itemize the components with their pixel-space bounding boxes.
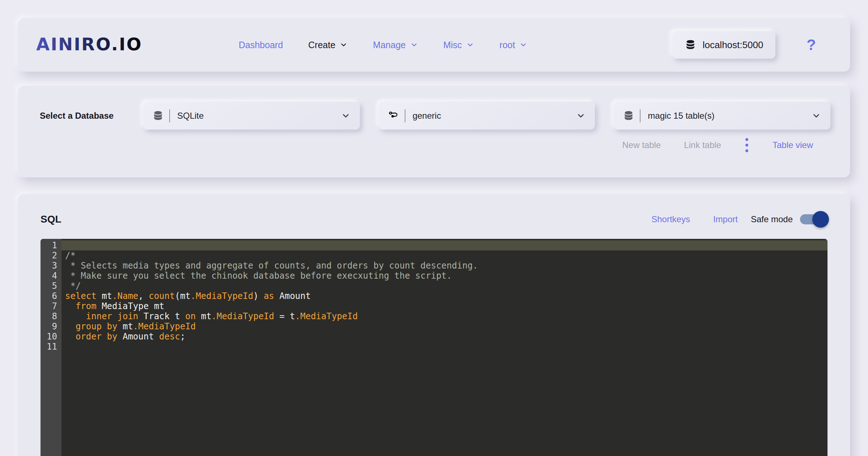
- sql-keyword-token: select: [65, 291, 97, 301]
- select-divider: [640, 109, 641, 122]
- help-button[interactable]: ?: [807, 36, 816, 54]
- code-line[interactable]: /*: [61, 250, 827, 261]
- sql-keyword-token: on: [185, 311, 196, 321]
- line-number: 10: [41, 332, 61, 342]
- select-value: SQLite: [177, 111, 204, 121]
- sql-text-token: MediaType mt: [97, 301, 165, 311]
- safe-mode-toggle[interactable]: [800, 213, 827, 225]
- select-connection-string[interactable]: generic: [379, 102, 595, 130]
- sql-text-token: (mt: [175, 291, 190, 301]
- database-icon: [623, 110, 634, 121]
- code-line[interactable]: [61, 240, 827, 250]
- chevron-down-icon: [466, 41, 474, 49]
- sql-title: SQL: [41, 214, 61, 225]
- sql-keyword-token: .MediaTypeId: [191, 291, 253, 301]
- sql-card: SQL Shortkeys Import Safe mode 123456789…: [18, 194, 850, 456]
- code-line[interactable]: inner join Track t on mt.MediaTypeId = t…: [61, 311, 827, 321]
- code-line[interactable]: * Selects media types and aggregate of c…: [61, 261, 827, 271]
- sql-text-token: Amount: [118, 332, 159, 342]
- sql-comment-token: */: [65, 281, 81, 291]
- nav-item-label: Create: [308, 40, 335, 50]
- sql-keyword-token: from: [76, 301, 97, 311]
- database-icon: [685, 39, 696, 51]
- nav-item-label: Misc: [443, 40, 462, 50]
- code-line[interactable]: select mt.Name, count(mt.MediaTypeId) as…: [61, 291, 827, 301]
- select-database-card: Select a Database SQLitegenericmagic 15 …: [18, 86, 850, 177]
- database-select-row: Select a Database SQLitegenericmagic 15 …: [40, 102, 830, 130]
- sql-text-token: Amount: [274, 291, 311, 301]
- code-line[interactable]: group by mt.MediaTypeId: [61, 321, 827, 332]
- sql-keyword-token: .MediaTypeId: [212, 311, 274, 321]
- chevron-down-icon: [410, 41, 418, 49]
- code-line[interactable]: [61, 342, 827, 352]
- editor-code-area[interactable]: /* * Selects media types and aggregate o…: [61, 239, 827, 456]
- sql-keyword-token: .Name: [112, 291, 138, 301]
- sql-text-token: mt: [97, 291, 112, 301]
- nav-item-manage[interactable]: Manage: [373, 40, 418, 50]
- chevron-down-icon: [341, 111, 350, 121]
- line-number: 8: [41, 311, 61, 321]
- code-line[interactable]: */: [61, 281, 827, 291]
- route-icon: [388, 110, 399, 121]
- sql-keyword-token: count: [149, 291, 175, 301]
- import-link[interactable]: Import: [713, 214, 738, 224]
- chevron-down-icon: [519, 41, 527, 49]
- sql-header: SQL Shortkeys Import Safe mode: [41, 211, 827, 227]
- nav-item-root[interactable]: root: [499, 40, 527, 50]
- table-actions: New tableLink tableTable view: [40, 138, 830, 153]
- select-value: generic: [413, 111, 441, 121]
- action-table-view[interactable]: Table view: [773, 140, 813, 150]
- line-number: 4: [41, 271, 61, 281]
- nav-item-dashboard[interactable]: Dashboard: [239, 40, 283, 50]
- select-database[interactable]: magic 15 table(s): [614, 102, 830, 130]
- database-icon: [153, 110, 163, 121]
- line-number: 7: [41, 301, 61, 311]
- chevron-down-icon: [576, 111, 586, 121]
- database-selects: SQLitegenericmagic 15 table(s): [143, 102, 830, 130]
- sql-keyword-token: .MediaTypeId: [295, 311, 358, 321]
- nav-item-label: Manage: [373, 40, 405, 50]
- nav-item-label: Dashboard: [239, 40, 283, 50]
- select-database-label: Select a Database: [40, 111, 143, 121]
- sql-keyword-token: desc: [159, 332, 180, 342]
- code-line[interactable]: * Make sure you select the chinook datab…: [61, 271, 827, 281]
- backend-url-label: localhost:5000: [703, 39, 763, 51]
- chevron-down-icon: [340, 41, 348, 49]
- header-bar: AINIRO.IO DashboardCreateManageMiscroot …: [18, 18, 850, 72]
- main-nav: DashboardCreateManageMiscroot: [239, 40, 527, 50]
- line-number: 3: [41, 261, 61, 271]
- sql-comment-token: * Make sure you select the chinook datab…: [65, 271, 452, 281]
- sql-text-token: [65, 321, 76, 332]
- action-link-table: Link table: [684, 140, 721, 150]
- sql-code-editor[interactable]: 1234567891011 /* * Selects media types a…: [41, 239, 827, 456]
- code-line[interactable]: order by Amount desc;: [61, 332, 827, 342]
- nav-item-misc[interactable]: Misc: [443, 40, 474, 50]
- action-new-table: New table: [622, 140, 661, 150]
- sql-keyword-token: order by: [76, 332, 118, 342]
- line-number: 5: [41, 281, 61, 291]
- select-divider: [405, 109, 405, 122]
- sql-text-token: ): [253, 291, 264, 301]
- shortkeys-link[interactable]: Shortkeys: [651, 214, 690, 224]
- code-line[interactable]: from MediaType mt: [61, 301, 827, 311]
- sql-text-token: [65, 311, 86, 321]
- kebab-icon[interactable]: [744, 138, 749, 153]
- select-divider: [169, 109, 170, 122]
- sql-keyword-token: .MediaTypeId: [133, 321, 196, 332]
- line-number: 2: [41, 250, 61, 261]
- nav-item-create[interactable]: Create: [308, 40, 348, 50]
- sql-text-token: ,: [138, 291, 149, 301]
- toggle-thumb-shape: [812, 211, 829, 228]
- ainiro-logo[interactable]: AINIRO.IO: [36, 33, 163, 57]
- chevron-down-icon: [812, 111, 821, 121]
- line-number: 6: [41, 291, 61, 301]
- sql-comment-token: /*: [65, 250, 76, 261]
- sql-comment-token: * Selects media types and aggregate of c…: [65, 261, 478, 271]
- nav-item-label: root: [499, 40, 515, 50]
- sql-keyword-token: inner join: [86, 311, 139, 321]
- line-number: 9: [41, 321, 61, 332]
- safe-mode-label: Safe mode: [751, 214, 793, 224]
- logo-text: AINIRO.IO: [36, 34, 142, 54]
- select-database-type[interactable]: SQLite: [143, 102, 360, 130]
- backend-url-button[interactable]: localhost:5000: [672, 31, 776, 59]
